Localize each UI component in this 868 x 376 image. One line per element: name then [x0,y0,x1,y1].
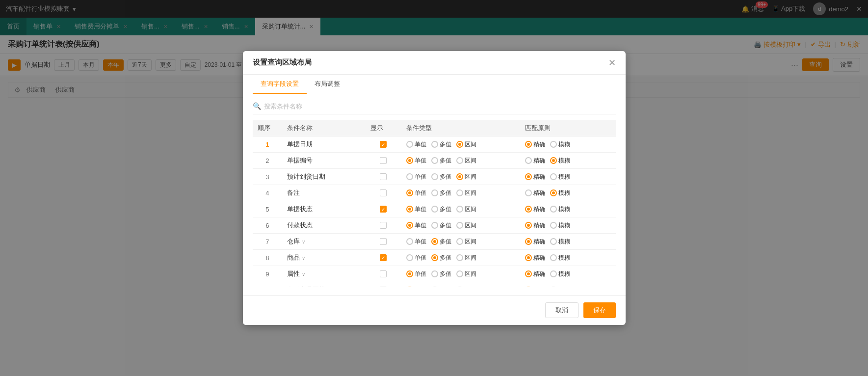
type-option-区间[interactable]: 区间 [456,173,476,181]
display-checkbox[interactable]: ✓ [380,141,387,148]
type-radio-区间[interactable] [456,238,463,245]
type-option-区间[interactable]: 区间 [456,286,476,288]
type-option-单值[interactable]: 单值 [406,189,426,197]
dropdown-arrow-icon[interactable]: ∨ [302,239,305,244]
type-radio-区间[interactable] [456,157,463,164]
match-radio-模糊[interactable] [550,189,557,196]
type-option-单值[interactable]: 单值 [406,157,426,165]
display-checkbox[interactable]: ✓ [380,206,387,213]
match-option-精确[interactable]: 精确 [525,270,545,278]
type-option-区间[interactable]: 区间 [456,254,476,262]
type-radio-区间[interactable] [456,287,463,287]
type-radio-多值[interactable] [431,270,438,277]
match-option-精确[interactable]: 精确 [525,140,545,149]
match-option-模糊[interactable]: 模糊 [550,286,570,288]
save-button[interactable]: 保存 [583,302,616,318]
type-option-多值[interactable]: 多值 [431,238,451,246]
type-radio-区间[interactable] [456,141,463,148]
type-option-多值[interactable]: 多值 [431,205,451,214]
match-option-精确[interactable]: 精确 [525,238,545,246]
type-option-多值[interactable]: 多值 [431,173,451,181]
display-checkbox[interactable] [380,287,387,287]
match-option-精确[interactable]: 精确 [525,173,545,181]
type-radio-多值[interactable] [431,254,438,261]
match-radio-模糊[interactable] [550,270,557,277]
match-radio-精确[interactable] [525,270,532,277]
match-radio-模糊[interactable] [550,141,557,148]
type-option-单值[interactable]: 单值 [406,173,426,181]
type-option-单值[interactable]: 单值 [406,286,426,288]
search-input[interactable] [264,103,616,110]
type-radio-单值[interactable] [406,222,413,229]
type-option-多值[interactable]: 多值 [431,270,451,278]
type-option-区间[interactable]: 区间 [456,189,476,197]
match-option-模糊[interactable]: 模糊 [550,157,570,165]
match-option-模糊[interactable]: 模糊 [550,254,570,262]
type-option-单值[interactable]: 单值 [406,205,426,214]
match-option-精确[interactable]: 精确 [525,221,545,230]
match-radio-模糊[interactable] [550,173,557,180]
type-radio-区间[interactable] [456,222,463,229]
type-option-区间[interactable]: 区间 [456,238,476,246]
match-radio-模糊[interactable] [550,254,557,261]
dropdown-arrow-icon[interactable]: ∨ [302,255,305,261]
match-option-模糊[interactable]: 模糊 [550,189,570,197]
type-option-单值[interactable]: 单值 [406,270,426,278]
match-option-模糊[interactable]: 模糊 [550,270,570,278]
match-radio-模糊[interactable] [550,287,557,287]
type-option-多值[interactable]: 多值 [431,286,451,288]
type-option-单值[interactable]: 单值 [406,221,426,230]
match-radio-精确[interactable] [525,222,532,229]
match-radio-模糊[interactable] [550,238,557,245]
match-option-精确[interactable]: 精确 [525,189,545,197]
modal-close-button[interactable]: ✕ [608,58,616,67]
type-radio-单值[interactable] [406,287,413,287]
type-radio-多值[interactable] [431,141,438,148]
match-radio-精确[interactable] [525,157,532,164]
type-radio-区间[interactable] [456,254,463,261]
type-option-区间[interactable]: 区间 [456,205,476,214]
modal-tab-layout[interactable]: 布局调整 [307,75,348,94]
type-radio-单值[interactable] [406,189,413,196]
type-radio-多值[interactable] [431,157,438,164]
type-radio-单值[interactable] [406,238,413,245]
type-option-多值[interactable]: 多值 [431,221,451,230]
type-radio-多值[interactable] [431,189,438,196]
type-option-单值[interactable]: 单值 [406,140,426,149]
match-option-精确[interactable]: 精确 [525,286,545,288]
type-radio-单值[interactable] [406,157,413,164]
type-radio-区间[interactable] [456,206,463,213]
type-radio-单值[interactable] [406,141,413,148]
display-checkbox[interactable] [380,238,387,245]
type-radio-区间[interactable] [456,173,463,180]
display-checkbox[interactable] [380,189,387,196]
type-option-单值[interactable]: 单值 [406,254,426,262]
type-radio-单值[interactable] [406,173,413,180]
match-radio-精确[interactable] [525,189,532,196]
type-option-区间[interactable]: 区间 [456,221,476,230]
match-radio-精确[interactable] [525,254,532,261]
match-option-模糊[interactable]: 模糊 [550,221,570,230]
match-option-精确[interactable]: 精确 [525,254,545,262]
type-radio-单值[interactable] [406,206,413,213]
type-radio-多值[interactable] [431,173,438,180]
display-checkbox[interactable] [380,222,387,229]
type-radio-多值[interactable] [431,206,438,213]
display-checkbox[interactable]: ✓ [380,254,387,261]
match-option-模糊[interactable]: 模糊 [550,238,570,246]
type-radio-单值[interactable] [406,270,413,277]
match-option-精确[interactable]: 精确 [525,205,545,214]
display-checkbox[interactable] [380,270,387,277]
type-option-单值[interactable]: 单值 [406,238,426,246]
match-radio-精确[interactable] [525,173,532,180]
type-radio-多值[interactable] [431,222,438,229]
display-checkbox[interactable] [380,157,387,164]
match-radio-精确[interactable] [525,287,532,287]
type-option-多值[interactable]: 多值 [431,254,451,262]
modal-tab-query-fields[interactable]: 查询字段设置 [253,75,307,94]
match-radio-模糊[interactable] [550,157,557,164]
type-option-多值[interactable]: 多值 [431,157,451,165]
match-option-精确[interactable]: 精确 [525,157,545,165]
match-radio-模糊[interactable] [550,222,557,229]
cancel-button[interactable]: 取消 [545,302,579,318]
